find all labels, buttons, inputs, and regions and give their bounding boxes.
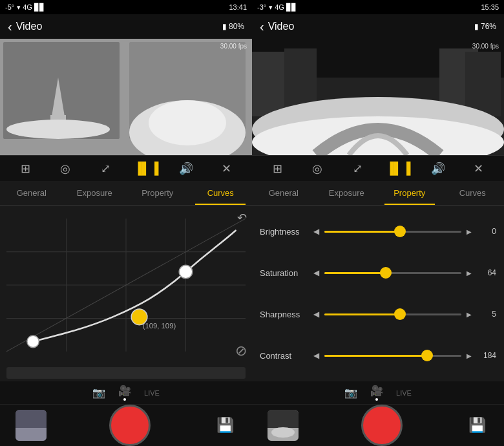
left-tab-exposure[interactable]: Exposure xyxy=(63,181,127,205)
right-tab-general[interactable]: General xyxy=(252,181,315,205)
right-sharpness-decrease[interactable]: ◀ xyxy=(313,310,319,319)
left-toolbar: ⊞ ◎ ⤢ ▐▌▐ 🔊 ✕ xyxy=(0,155,252,181)
right-video-icon: 🎥 xyxy=(370,385,383,397)
right-thumbnail[interactable] xyxy=(268,410,299,441)
left-tool-histogram[interactable]: ▐▌▐ xyxy=(136,159,156,178)
left-scene-svg xyxy=(0,39,252,155)
left-bottom-main: 💾 xyxy=(0,405,252,446)
right-sharpness-row: Sharpness ◀ ▶ 5 xyxy=(260,301,496,327)
svg-rect-20 xyxy=(16,428,47,441)
right-camera-mode[interactable]: 📷 xyxy=(344,387,357,399)
left-live-mode[interactable]: LIVE xyxy=(144,389,160,397)
left-signal-icon: ▾ 4G ▊▊ xyxy=(17,3,45,12)
left-undo-button[interactable]: ↶ xyxy=(237,211,247,225)
left-time: 13:41 xyxy=(229,3,247,11)
right-sharpness-track[interactable] xyxy=(324,313,461,315)
right-video-mode[interactable]: 🎥 xyxy=(370,385,383,401)
left-tool-vr[interactable]: ◎ xyxy=(56,159,75,178)
left-bottom-icons: 📷 🎥 LIVE xyxy=(0,381,252,405)
right-video-preview: 30.00 fps xyxy=(252,39,504,155)
right-saturation-increase[interactable]: ▶ xyxy=(467,270,472,277)
right-save-button[interactable]: 💾 xyxy=(465,414,488,437)
left-thumbnail[interactable] xyxy=(16,410,47,441)
left-scrub-bar[interactable] xyxy=(6,367,246,379)
right-tab-property[interactable]: Property xyxy=(378,181,441,205)
right-tool-share[interactable]: ⊞ xyxy=(268,159,287,178)
right-contrast-increase[interactable]: ▶ xyxy=(467,352,472,359)
right-title: Video xyxy=(268,21,295,32)
svg-rect-26 xyxy=(465,52,501,116)
right-top-bar: ‹ Video ▮ 76% xyxy=(252,14,504,39)
left-tool-close[interactable]: ✕ xyxy=(217,159,236,178)
right-brightness-track[interactable] xyxy=(324,231,461,233)
left-tool-volume[interactable]: 🔊 xyxy=(176,159,196,178)
right-sharpness-increase[interactable]: ▶ xyxy=(467,311,472,318)
left-bottom-controls: 📷 🎥 LIVE 💾 xyxy=(0,381,252,446)
left-tab-general[interactable]: General xyxy=(0,181,63,205)
right-save-icon: 💾 xyxy=(468,417,486,434)
left-video-mode[interactable]: 🎥 xyxy=(118,385,131,401)
left-camera-mode[interactable]: 📷 xyxy=(92,387,105,399)
right-contrast-track[interactable] xyxy=(324,355,461,357)
right-bottom-icons: 📷 🎥 LIVE xyxy=(252,381,504,405)
left-tool-expand[interactable]: ⤢ xyxy=(96,159,116,178)
left-video-preview: 30.00 fps xyxy=(0,39,252,155)
right-brightness-decrease[interactable]: ◀ xyxy=(313,227,319,236)
right-tool-close[interactable]: ✕ xyxy=(469,159,488,178)
left-status-left: -5° ▾ 4G ▊▊ xyxy=(5,3,45,12)
right-live-mode[interactable]: LIVE xyxy=(396,389,412,397)
left-record-button[interactable] xyxy=(109,405,151,446)
left-curves-panel: ↶ (109, 109) ⊘ xyxy=(0,206,252,381)
right-scene-svg xyxy=(252,39,504,155)
right-brightness-fill xyxy=(324,231,400,233)
right-tool-expand[interactable]: ⤢ xyxy=(348,159,368,178)
right-saturation-track[interactable] xyxy=(324,272,461,274)
right-tool-histogram[interactable]: ▐▌▐ xyxy=(388,159,408,178)
right-battery-icon: ▮ xyxy=(474,22,479,31)
right-fps: 30.00 fps xyxy=(472,43,499,50)
left-thumb-img xyxy=(16,410,47,441)
right-brightness-thumb[interactable] xyxy=(394,226,406,237)
left-status-bar: -5° ▾ 4G ▊▊ 13:41 xyxy=(0,0,252,14)
right-nav: ‹ Video xyxy=(260,19,294,34)
left-temp: -5° xyxy=(5,3,14,11)
svg-point-31 xyxy=(271,427,295,438)
right-contrast-decrease[interactable]: ◀ xyxy=(313,351,319,360)
left-curves-canvas: ↶ (109, 109) ⊘ xyxy=(0,206,252,365)
right-sharpness-thumb[interactable] xyxy=(394,308,406,320)
right-temp: -3° xyxy=(257,3,266,11)
left-video-scene: 30.00 fps xyxy=(0,39,252,155)
right-tool-vr[interactable]: ◎ xyxy=(308,159,327,178)
left-save-button[interactable]: 💾 xyxy=(213,414,236,437)
svg-point-17 xyxy=(179,265,193,279)
left-live-label: LIVE xyxy=(144,389,160,397)
right-brightness-label: Brightness xyxy=(260,227,308,237)
left-battery-icon: ▮ xyxy=(222,22,227,31)
right-contrast-value: 184 xyxy=(477,351,496,360)
left-back-button[interactable]: ‹ xyxy=(8,19,12,34)
right-saturation-fill xyxy=(324,272,386,274)
left-battery: ▮ 80% xyxy=(222,22,244,31)
right-saturation-thumb[interactable] xyxy=(380,267,392,279)
right-back-button[interactable]: ‹ xyxy=(260,19,264,34)
right-tool-volume[interactable]: 🔊 xyxy=(428,159,448,178)
right-battery-value: 76% xyxy=(481,22,496,31)
right-tab-curves[interactable]: Curves xyxy=(441,181,505,205)
left-camera-icon: 📷 xyxy=(92,387,105,399)
right-record-button[interactable] xyxy=(361,405,403,446)
right-camera-icon: 📷 xyxy=(344,387,357,399)
right-bottom-controls: 📷 🎥 LIVE 💾 xyxy=(252,381,504,446)
svg-text:(109, 109): (109, 109) xyxy=(143,322,176,330)
left-tab-property[interactable]: Property xyxy=(126,181,189,205)
left-tab-curves[interactable]: Curves xyxy=(189,181,253,205)
right-saturation-decrease[interactable]: ◀ xyxy=(313,268,319,277)
left-battery-value: 80% xyxy=(229,22,244,31)
right-tab-exposure[interactable]: Exposure xyxy=(315,181,379,205)
right-toolbar: ⊞ ◎ ⤢ ▐▌▐ 🔊 ✕ xyxy=(252,155,504,181)
left-tool-share[interactable]: ⊞ xyxy=(16,159,35,178)
right-contrast-thumb[interactable] xyxy=(421,350,433,361)
right-saturation-row: Saturation ◀ ▶ 64 xyxy=(260,260,496,286)
left-reset-button[interactable]: ⊘ xyxy=(235,343,247,359)
right-active-dot xyxy=(375,398,378,401)
right-brightness-increase[interactable]: ▶ xyxy=(467,228,472,235)
